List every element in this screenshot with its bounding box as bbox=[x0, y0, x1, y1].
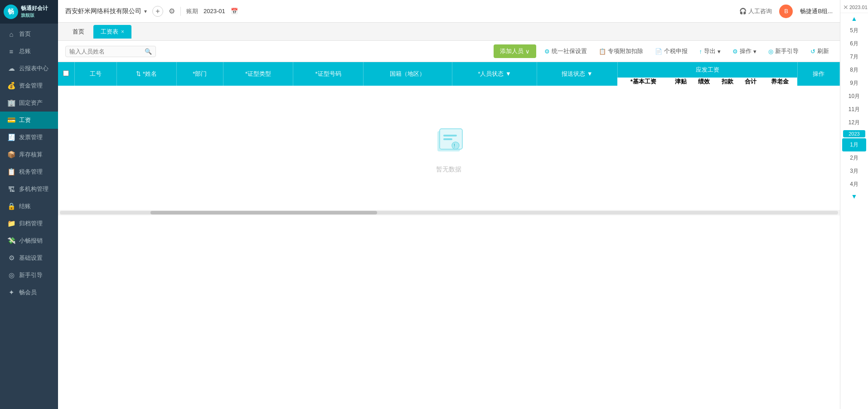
svg-rect-3 bbox=[443, 138, 452, 140]
select-all-checkbox[interactable] bbox=[63, 70, 69, 76]
sidebar-item-member[interactable]: ✦ 畅会员 bbox=[0, 284, 58, 301]
right-panel: ✕ 2023.01 ⤢ ▲ 5月 6月 7月 8月 9月 10月 11月 12月… bbox=[840, 0, 868, 409]
th-report-status[interactable]: 报送状态 ▼ bbox=[537, 62, 617, 86]
table-scrollbar[interactable] bbox=[58, 210, 840, 215]
sidebar-item-salary[interactable]: 💳 工资 bbox=[0, 112, 58, 129]
th-actions: 操作 bbox=[797, 62, 839, 86]
operations-icon: ⚙ bbox=[732, 48, 738, 55]
search-icon: 🔍 bbox=[145, 48, 152, 55]
search-input[interactable] bbox=[69, 48, 142, 55]
th-deduction: 扣款 bbox=[716, 78, 739, 86]
sidebar-item-expense[interactable]: 💸 小畅报销 bbox=[0, 232, 58, 249]
month-item-11[interactable]: 11月 bbox=[840, 103, 868, 116]
sidebar-item-guide[interactable]: ◎ 新手引导 bbox=[0, 267, 58, 284]
support-button[interactable]: 🎧 人工咨询 bbox=[739, 7, 772, 15]
month-item-7[interactable]: 7月 bbox=[840, 50, 868, 63]
company-selector[interactable]: 西安虾米网络科技有限公司 ▾ bbox=[65, 7, 147, 15]
th-nationality: 国籍（地区） bbox=[363, 62, 452, 86]
month-item-2023-4[interactable]: 4月 bbox=[840, 178, 868, 191]
month-item-2023-2[interactable]: 2月 bbox=[840, 151, 868, 165]
header-divider bbox=[180, 7, 181, 16]
user-name[interactable]: 畅捷通B组... bbox=[800, 7, 833, 15]
salary-table: 工号 ⇅ *姓名 *部门 *证型类型 *证型号码 国籍（地区） *人员状态 ▼ … bbox=[58, 62, 840, 210]
guide-button[interactable]: ◎ 新手引导 bbox=[765, 45, 802, 57]
add-company-button[interactable]: + bbox=[152, 6, 163, 17]
month-item-5[interactable]: 5月 bbox=[840, 24, 868, 37]
sidebar-item-archive[interactable]: 📁 归档管理 bbox=[0, 215, 58, 232]
sidebar-item-multi-org-label: 多机构管理 bbox=[19, 185, 48, 193]
export-button[interactable]: ↑ 导出 ▾ bbox=[696, 45, 725, 57]
th-id-type: *证型类型 bbox=[223, 62, 293, 86]
export-icon: ↑ bbox=[699, 48, 703, 55]
tab-salary[interactable]: 工资表 × bbox=[93, 25, 131, 39]
funds-icon: 💰 bbox=[7, 82, 15, 90]
chevron-down-icon: ▾ bbox=[144, 8, 147, 15]
add-person-button[interactable]: 添加人员 ∨ bbox=[494, 44, 536, 58]
sidebar-item-invoice[interactable]: 🧾 发票管理 bbox=[0, 129, 58, 146]
extra-deduction-button[interactable]: 📋 专项附加扣除 bbox=[595, 45, 647, 57]
th-checkbox[interactable] bbox=[58, 62, 74, 86]
month-item-8[interactable]: 8月 bbox=[840, 63, 868, 77]
sidebar-item-home[interactable]: ⌂ 首页 bbox=[0, 25, 58, 43]
multi-org-icon: 🏗 bbox=[7, 185, 15, 193]
ledger-icon: ≡ bbox=[7, 48, 15, 55]
toolbar-right: 添加人员 ∨ ⚙ 统一社保设置 📋 专项附加扣除 📄 个税申报 ↑ 导出 ▾ ⚙ bbox=[494, 44, 833, 58]
sidebar-nav: ⌂ 首页 ≡ 总账 ☁ 云报表中心 💰 资金管理 🏢 固定资产 💳 工资 🧾 发… bbox=[0, 24, 58, 409]
th-name[interactable]: ⇅ *姓名 bbox=[116, 62, 176, 86]
sidebar-item-fixed-assets[interactable]: 🏢 固定资产 bbox=[0, 94, 58, 112]
sidebar-item-ledger[interactable]: ≡ 总账 bbox=[0, 43, 58, 60]
sidebar-item-inventory[interactable]: 📦 库存核算 bbox=[0, 146, 58, 163]
th-status[interactable]: *人员状态 ▼ bbox=[452, 62, 537, 86]
sidebar-item-invoice-label: 发票管理 bbox=[19, 133, 43, 141]
month-item-2023-3[interactable]: 3月 bbox=[840, 165, 868, 178]
sidebar-item-multi-org[interactable]: 🏗 多机构管理 bbox=[0, 180, 58, 198]
sidebar-item-ledger-label: 总账 bbox=[19, 47, 31, 55]
tax-icon: 📋 bbox=[7, 168, 15, 176]
sidebar-item-tax[interactable]: 📋 税务管理 bbox=[0, 163, 58, 180]
sidebar-item-member-label: 畅会员 bbox=[19, 288, 37, 297]
sidebar-item-salary-label: 工资 bbox=[19, 116, 31, 124]
empty-state: ! 暂无数据 bbox=[58, 86, 840, 210]
tax-declare-button[interactable]: 📄 个税申报 bbox=[651, 45, 691, 57]
add-person-label: 添加人员 bbox=[500, 47, 524, 55]
month-item-6[interactable]: 6月 bbox=[840, 37, 868, 50]
salary-icon: 💳 bbox=[7, 116, 15, 124]
month-item-9[interactable]: 9月 bbox=[840, 77, 868, 90]
app-logo: 畅 畅通好会计 旗舰版 bbox=[0, 0, 58, 24]
operations-button[interactable]: ⚙ 操作 ▾ bbox=[729, 45, 760, 57]
panel-close-button[interactable]: ✕ bbox=[843, 4, 849, 11]
th-salary-group: 应发工资 bbox=[617, 62, 797, 78]
sidebar-item-funds[interactable]: 💰 资金管理 bbox=[0, 77, 58, 94]
logo-icon: 畅 bbox=[4, 5, 18, 19]
th-performance: 绩效 bbox=[693, 78, 716, 86]
calendar-icon[interactable]: 📅 bbox=[231, 8, 238, 15]
month-item-12[interactable]: 12月 bbox=[840, 116, 868, 129]
current-period-display: 2023.01 bbox=[849, 4, 868, 11]
expense-icon: 💸 bbox=[7, 237, 15, 245]
sidebar-item-settings-label: 基础设置 bbox=[19, 254, 43, 262]
month-item-10[interactable]: 10月 bbox=[840, 90, 868, 103]
social-security-button[interactable]: ⚙ 统一社保设置 bbox=[541, 45, 591, 57]
app-name: 畅通好会计 bbox=[21, 5, 48, 12]
company-settings-button[interactable]: ⚙ bbox=[169, 7, 175, 15]
tax-declare-icon: 📄 bbox=[655, 48, 662, 55]
year-badge-2023: 2023 bbox=[843, 130, 865, 137]
scroll-up-button[interactable]: ▲ bbox=[840, 13, 868, 24]
sidebar-item-funds-label: 资金管理 bbox=[19, 82, 43, 90]
sidebar-item-close-period[interactable]: 🔒 结账 bbox=[0, 198, 58, 215]
main-content: 西安虾米网络科技有限公司 ▾ + ⚙ 账期 2023-01 📅 🎧 人工咨询 B… bbox=[58, 0, 840, 409]
sidebar-item-cloud-report[interactable]: ☁ 云报表中心 bbox=[0, 60, 58, 77]
social-security-icon: ⚙ bbox=[544, 48, 550, 55]
guide-toolbar-icon: ◎ bbox=[768, 48, 773, 55]
invoice-icon: 🧾 bbox=[7, 133, 15, 141]
month-item-2023-1[interactable]: 1月 bbox=[842, 138, 866, 151]
toolbar: 🔍 添加人员 ∨ ⚙ 统一社保设置 📋 专项附加扣除 📄 个税申报 ↑ 导出 bbox=[58, 41, 840, 62]
export-arrow: ▾ bbox=[718, 48, 721, 55]
sidebar-item-settings[interactable]: ⚙ 基础设置 bbox=[0, 249, 58, 267]
tab-bar: 首页 工资表 × bbox=[58, 23, 840, 41]
tab-close-icon[interactable]: × bbox=[121, 29, 124, 35]
refresh-button[interactable]: ↺ 刷新 bbox=[807, 45, 833, 57]
scroll-down-button[interactable]: ▼ bbox=[840, 191, 868, 202]
tab-home[interactable]: 首页 bbox=[65, 25, 92, 39]
svg-text:!: ! bbox=[454, 143, 455, 148]
